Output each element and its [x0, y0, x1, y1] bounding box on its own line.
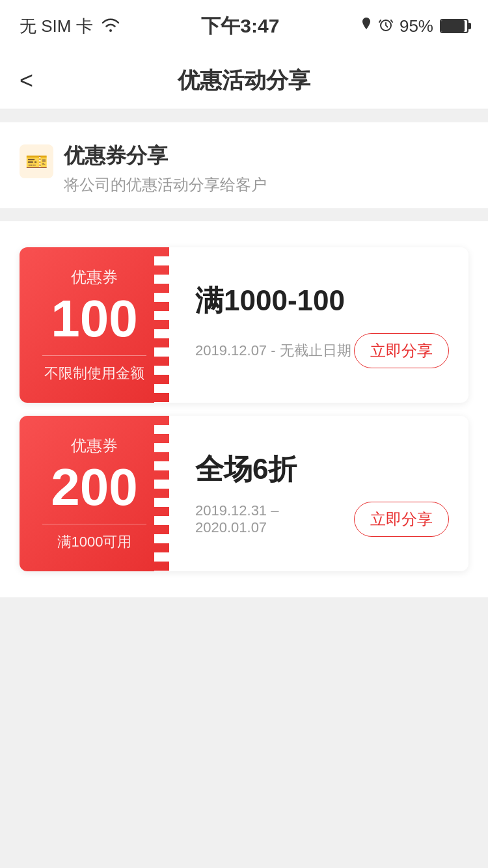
back-button[interactable]: <: [20, 67, 33, 94]
coupon-title-1: 满1000-100: [195, 282, 449, 320]
coupon-left-1: 优惠券 100 不限制使用金额: [20, 247, 169, 403]
coupon-amount-2: 200: [51, 461, 137, 513]
coupon-label-1: 优惠券: [71, 267, 118, 288]
battery-percent: 95%: [400, 16, 433, 36]
status-left: 无 SIM 卡: [20, 15, 120, 38]
coupon-footer-1: 2019.12.07 - 无截止日期 立即分享: [195, 333, 449, 368]
coupon-condition-1: 不限制使用金额: [44, 364, 144, 383]
coupon-item-2: 优惠券 200 满1000可用 全场6折 2019.12.31 – 2020.0…: [20, 416, 468, 571]
carrier-text: 无 SIM 卡: [20, 15, 93, 38]
section-heading: 优惠券分享: [64, 142, 267, 170]
coupon-list: 优惠券 100 不限制使用金额 满1000-100 2019.12.07 - 无…: [0, 221, 488, 597]
coupon-title-2: 全场6折: [195, 450, 449, 489]
share-button-2[interactable]: 立即分享: [354, 502, 449, 537]
alarm-icon: [379, 16, 393, 36]
nav-bar: < 优惠活动分享: [0, 52, 488, 109]
coupon-condition-2: 满1000可用: [57, 532, 132, 552]
coupon-date-1: 2019.12.07 - 无截止日期: [195, 341, 351, 360]
section-icon: 🎫: [20, 144, 53, 178]
coupon-left-2: 优惠券 200 满1000可用: [20, 416, 169, 571]
battery-icon: [440, 19, 468, 33]
location-icon: [360, 16, 372, 36]
coupon-icon-emoji: 🎫: [25, 151, 48, 172]
page-title: 优惠活动分享: [178, 66, 310, 96]
coupon-divider-2: [42, 524, 146, 524]
coupon-footer-2: 2019.12.31 – 2020.01.07 立即分享: [195, 502, 449, 537]
status-bar: 无 SIM 卡 下午3:47 95%: [0, 0, 488, 52]
coupon-right-1: 满1000-100 2019.12.07 - 无截止日期 立即分享: [169, 247, 468, 403]
coupon-divider-1: [42, 355, 146, 356]
bottom-area: [0, 597, 488, 868]
coupon-amount-1: 100: [51, 293, 137, 345]
coupon-label-2: 优惠券: [71, 435, 118, 456]
coupon-right-2: 全场6折 2019.12.31 – 2020.01.07 立即分享: [169, 416, 468, 571]
status-time: 下午3:47: [201, 13, 279, 40]
status-right: 95%: [360, 16, 468, 36]
wifi-icon: [101, 16, 120, 36]
coupon-item-1: 优惠券 100 不限制使用金额 满1000-100 2019.12.07 - 无…: [20, 247, 468, 403]
section-text: 优惠券分享 将公司的优惠活动分享给客户: [64, 142, 267, 195]
section-header: 🎫 优惠券分享 将公司的优惠活动分享给客户: [0, 122, 488, 208]
coupon-date-2: 2019.12.31 – 2020.01.07: [195, 502, 354, 536]
section-subtext: 将公司的优惠活动分享给客户: [64, 174, 267, 195]
share-button-1[interactable]: 立即分享: [354, 333, 449, 368]
